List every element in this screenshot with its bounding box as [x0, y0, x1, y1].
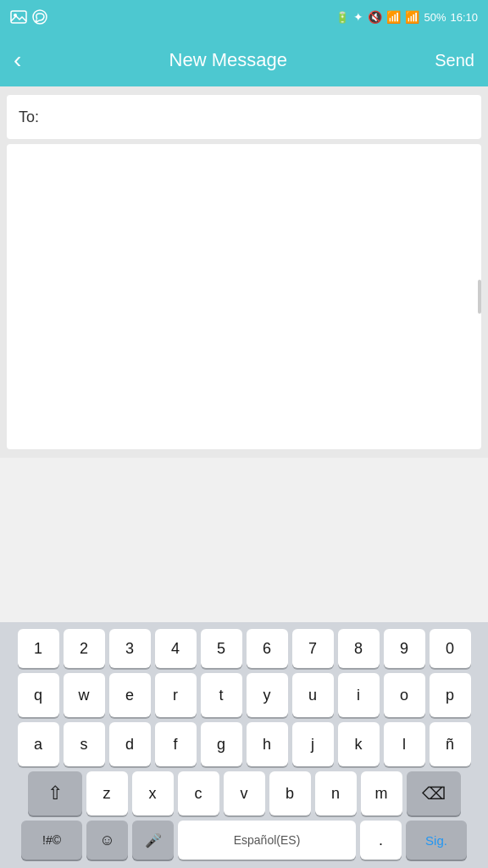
- emoji-icon: ☺: [99, 832, 114, 849]
- key-x[interactable]: x: [132, 771, 174, 815]
- key-m[interactable]: m: [361, 771, 402, 815]
- symbols-key[interactable]: !#©: [21, 821, 82, 860]
- key-d[interactable]: d: [109, 722, 151, 766]
- key-4[interactable]: 4: [155, 629, 197, 668]
- scroll-indicator: [478, 280, 481, 314]
- key-3[interactable]: 3: [109, 629, 151, 668]
- content-area: To:: [0, 86, 488, 458]
- signal-icon: 📶: [405, 10, 419, 24]
- key-l[interactable]: l: [384, 722, 425, 766]
- space-label: Español(ES): [234, 833, 301, 847]
- key-enie[interactable]: ñ: [430, 722, 471, 766]
- key-f[interactable]: f: [155, 722, 197, 766]
- message-body-container[interactable]: [7, 144, 481, 449]
- key-8[interactable]: 8: [338, 629, 380, 668]
- emoji-key[interactable]: ☺: [86, 821, 128, 860]
- back-button[interactable]: ‹: [14, 48, 21, 72]
- key-9[interactable]: 9: [384, 629, 425, 668]
- asdf-row: a s d f g h j k l ñ: [3, 722, 485, 766]
- next-label: Sig.: [425, 833, 447, 848]
- message-textarea[interactable]: [19, 153, 469, 441]
- key-p[interactable]: p: [430, 673, 471, 717]
- key-e[interactable]: e: [109, 673, 151, 717]
- key-a[interactable]: a: [18, 722, 59, 766]
- key-5[interactable]: 5: [201, 629, 242, 668]
- key-g[interactable]: g: [201, 722, 242, 766]
- period-key[interactable]: .: [360, 821, 402, 860]
- battery-charge-icon: 🔋: [336, 11, 349, 24]
- status-bar: 🔋 ✦ 🔇 📶 📶 50% 16:10: [0, 0, 488, 34]
- qwerty-row: q w e r t y u i o p: [3, 673, 485, 717]
- space-key[interactable]: Español(ES): [178, 821, 356, 860]
- key-0[interactable]: 0: [430, 629, 471, 668]
- backspace-key[interactable]: ⌫: [407, 771, 461, 815]
- bluetooth-icon: ✦: [353, 10, 363, 24]
- key-u[interactable]: u: [292, 673, 334, 717]
- key-1[interactable]: 1: [18, 629, 59, 668]
- keyboard: 1 2 3 4 5 6 7 8 9 0 q w e r t y u i o p …: [0, 622, 488, 868]
- nav-bar: ‹ New Message Send: [0, 34, 488, 86]
- mute-icon: 🔇: [368, 10, 382, 24]
- key-6[interactable]: 6: [247, 629, 288, 668]
- battery-percent: 50%: [424, 11, 446, 24]
- mic-icon: 🎤: [145, 832, 162, 849]
- number-row: 1 2 3 4 5 6 7 8 9 0: [3, 629, 485, 668]
- key-t[interactable]: t: [201, 673, 242, 717]
- page-title: New Message: [169, 49, 287, 71]
- key-v[interactable]: v: [224, 771, 265, 815]
- key-z[interactable]: z: [86, 771, 128, 815]
- wifi-icon: 📶: [386, 10, 401, 24]
- key-7[interactable]: 7: [292, 629, 334, 668]
- send-button[interactable]: Send: [435, 51, 474, 70]
- period-label: .: [379, 832, 383, 849]
- next-key[interactable]: Sig.: [406, 821, 467, 860]
- to-label: To:: [19, 108, 39, 126]
- sym-label: !#©: [42, 833, 61, 847]
- whatsapp-icon: [32, 9, 47, 25]
- time: 16:10: [450, 11, 478, 24]
- key-k[interactable]: k: [338, 722, 380, 766]
- key-i[interactable]: i: [338, 673, 380, 717]
- svg-rect-0: [11, 11, 26, 23]
- to-input[interactable]: [46, 95, 469, 139]
- to-field-container: To:: [7, 95, 481, 139]
- key-q[interactable]: q: [18, 673, 59, 717]
- key-y[interactable]: y: [247, 673, 288, 717]
- zxcv-row: ⇧ z x c v b n m ⌫: [3, 771, 485, 815]
- key-c[interactable]: c: [178, 771, 219, 815]
- key-s[interactable]: s: [64, 722, 105, 766]
- mic-key[interactable]: 🎤: [132, 821, 174, 860]
- shift-key[interactable]: ⇧: [28, 771, 82, 815]
- key-n[interactable]: n: [315, 771, 357, 815]
- key-w[interactable]: w: [64, 673, 105, 717]
- status-bar-right: 🔋 ✦ 🔇 📶 📶 50% 16:10: [336, 10, 478, 24]
- key-2[interactable]: 2: [64, 629, 105, 668]
- bottom-row: !#© ☺ 🎤 Español(ES) . Sig.: [3, 821, 485, 860]
- key-r[interactable]: r: [155, 673, 197, 717]
- status-bar-left: [10, 9, 47, 25]
- key-h[interactable]: h: [247, 722, 288, 766]
- key-o[interactable]: o: [384, 673, 425, 717]
- image-icon: [10, 10, 27, 24]
- key-j[interactable]: j: [292, 722, 334, 766]
- key-b[interactable]: b: [269, 771, 311, 815]
